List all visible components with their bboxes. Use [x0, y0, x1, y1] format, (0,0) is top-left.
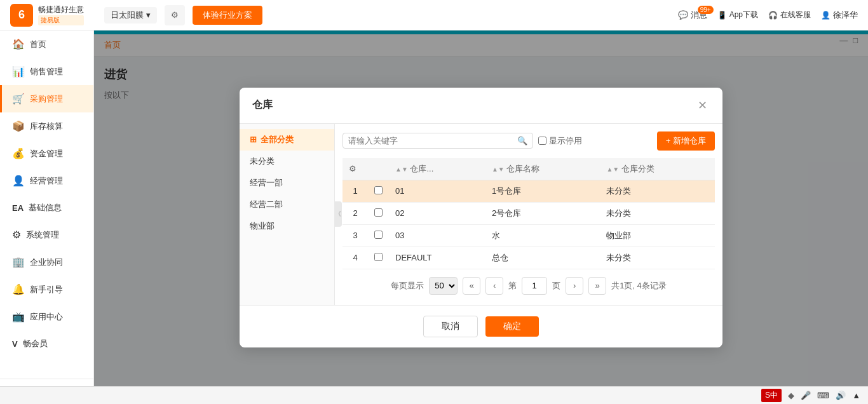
- table-row[interactable]: 4 DEFAULT 总仓 未分类: [342, 246, 715, 269]
- messages-button[interactable]: 💬 消息 99+: [678, 10, 707, 21]
- online-service-button[interactable]: 🎧 在线客服: [768, 10, 811, 20]
- category-item-property[interactable]: 物业部: [240, 215, 334, 237]
- prev-icon: ‹: [493, 281, 496, 290]
- table-row[interactable]: 1 01 1号仓库 未分类: [342, 180, 715, 202]
- table-container: ⚙ ▲▼ 仓库... ▲▼ 仓库名称: [342, 158, 715, 269]
- row-checkbox-cell: [368, 202, 389, 224]
- modal-body: ⊞ 全部分类 未分类 经营一部 经营二部 物业部: [240, 124, 722, 305]
- confirm-button[interactable]: 确定: [485, 316, 539, 337]
- tray-icon[interactable]: ▲: [852, 391, 860, 400]
- app-download-label: App下载: [729, 10, 758, 20]
- first-page-button[interactable]: «: [463, 277, 480, 295]
- sidebar-item-basic-info[interactable]: EA 基础信息: [0, 194, 93, 221]
- trial-button[interactable]: 体验行业方案: [193, 6, 262, 25]
- first-icon: «: [469, 281, 473, 290]
- headset-icon: 🎧: [768, 11, 778, 20]
- main-layout: 🏠 首页 📊 销售管理 🛒 采购管理 📦 库存核算 💰 资金管理 👤 经营管理 …: [0, 30, 868, 404]
- sidebar-item-finance[interactable]: 💰 资金管理: [0, 140, 93, 167]
- sort-icon: ▲▼: [395, 166, 408, 173]
- sidebar-item-label: 系统管理: [26, 229, 59, 241]
- sidebar-item-sales[interactable]: 📊 销售管理: [0, 58, 93, 85]
- finance-icon: 💰: [12, 147, 25, 159]
- search-input[interactable]: [348, 136, 517, 145]
- inventory-icon: 📦: [12, 120, 25, 132]
- logo-text: 畅捷通好生意 捷易版: [38, 4, 84, 25]
- row-checkbox-cell: [368, 246, 389, 269]
- row-checkbox-cell: [368, 224, 389, 246]
- search-box: 🔍: [342, 133, 533, 149]
- sidebar-item-system[interactable]: ⚙ 系统管理: [0, 221, 93, 248]
- row-checkbox[interactable]: [374, 186, 383, 194]
- operations-icon: 👤: [12, 175, 25, 187]
- user-name: 徐泽华: [833, 10, 858, 21]
- category-item-dept1[interactable]: 经营一部: [240, 172, 334, 194]
- keyboard-icon[interactable]: ⌨: [817, 391, 829, 400]
- th-checkbox: [368, 158, 389, 180]
- sidebar-item-label: 新手引导: [30, 284, 63, 295]
- mic-icon[interactable]: 🎤: [801, 391, 811, 400]
- warehouse-name: 1号仓库: [485, 180, 600, 202]
- modal-title: 仓库: [252, 98, 273, 112]
- main-content: 首页 进货 按以下 — □ 仓库 ✕: [94, 30, 868, 404]
- header-middle: 日太阳膜 ▾ ⚙ 体验行业方案: [104, 5, 678, 25]
- row-checkbox-cell: [368, 180, 389, 202]
- all-categories-label: 全部分类: [261, 134, 294, 145]
- row-checkbox[interactable]: [374, 253, 383, 261]
- collapse-panel-button[interactable]: 《: [334, 201, 342, 227]
- category-item-dept2[interactable]: 经营二部: [240, 194, 334, 215]
- home-icon: 🏠: [12, 38, 25, 50]
- row-checkbox[interactable]: [374, 231, 383, 239]
- sidebar-item-label: 畅会员: [23, 338, 48, 349]
- th-settings[interactable]: ⚙: [342, 158, 368, 180]
- sidebar: 🏠 首页 📊 销售管理 🛒 采购管理 📦 库存核算 💰 资金管理 👤 经营管理 …: [0, 30, 94, 404]
- table-toolbar: 🔍 显示停用 + 新增仓库: [342, 131, 715, 151]
- sidebar-item-enterprise[interactable]: 🏢 企业协同: [0, 248, 93, 276]
- table-header: ⚙ ▲▼ 仓库... ▲▼ 仓库名称: [342, 158, 715, 180]
- sidebar-item-label: 资金管理: [30, 148, 63, 159]
- user-profile-button[interactable]: 👤 徐泽华: [821, 10, 858, 21]
- sidebar-item-purchase[interactable]: 🛒 采购管理: [0, 85, 93, 112]
- sidebar-item-label: 销售管理: [30, 66, 63, 77]
- gear-icon: ⚙: [171, 10, 179, 20]
- last-page-button[interactable]: »: [588, 277, 606, 295]
- basic-info-icon: EA: [12, 203, 24, 213]
- search-icon[interactable]: 🔍: [517, 136, 527, 145]
- grid-icon: ⊞: [250, 135, 257, 144]
- prev-page-button[interactable]: ‹: [485, 277, 503, 295]
- enterprise-icon: 🏢: [12, 256, 25, 268]
- category-panel: ⊞ 全部分类 未分类 经营一部 经营二部 物业部: [240, 124, 335, 305]
- row-number: 2: [342, 202, 368, 224]
- page-number-input[interactable]: [522, 277, 547, 295]
- app-logo-icon: 6: [10, 4, 33, 27]
- sidebar-item-apps[interactable]: 📺 应用中心: [0, 303, 93, 330]
- pagination: 每页显示 50 « ‹ 第 页: [342, 269, 715, 297]
- cancel-button[interactable]: 取消: [423, 316, 478, 337]
- category-label: 未分类: [250, 156, 275, 166]
- logo-badge: 捷易版: [38, 15, 84, 25]
- warehouse-category: 物业部: [600, 224, 715, 246]
- sidebar-item-label: 采购管理: [30, 93, 63, 105]
- next-page-button[interactable]: ›: [566, 277, 583, 295]
- category-item-unclassified[interactable]: 未分类: [240, 151, 334, 172]
- sidebar-item-membership[interactable]: V 畅会员: [0, 330, 93, 357]
- all-categories-item[interactable]: ⊞ 全部分类: [240, 129, 334, 151]
- sidebar-item-home[interactable]: 🏠 首页: [0, 30, 93, 58]
- status-bar: S中 ◆ 🎤 ⌨ 🔊 ▲: [0, 386, 868, 404]
- per-page-select[interactable]: 50: [429, 277, 458, 295]
- speaker-icon[interactable]: 🔊: [836, 391, 846, 400]
- modal-close-button[interactable]: ✕: [695, 98, 710, 113]
- new-warehouse-button[interactable]: + 新增仓库: [657, 131, 715, 151]
- store-selector[interactable]: 日太阳膜 ▾: [104, 7, 157, 24]
- show-disabled-checkbox[interactable]: [538, 137, 546, 145]
- table-row[interactable]: 2 02 2号仓库 未分类: [342, 202, 715, 224]
- sidebar-item-guide[interactable]: 🔔 新手引导: [0, 276, 93, 303]
- table-row[interactable]: 3 03 水 物业部: [342, 224, 715, 246]
- sidebar-item-label: 经营管理: [30, 175, 63, 187]
- row-checkbox[interactable]: [374, 208, 383, 217]
- sidebar-item-operations[interactable]: 👤 经营管理: [0, 167, 93, 194]
- purchase-icon: 🛒: [12, 93, 25, 105]
- settings-button[interactable]: ⚙: [165, 5, 185, 25]
- warehouse-table: ⚙ ▲▼ 仓库... ▲▼ 仓库名称: [342, 158, 715, 269]
- app-download-button[interactable]: 📱 App下载: [717, 10, 758, 20]
- sidebar-item-inventory[interactable]: 📦 库存核算: [0, 112, 93, 140]
